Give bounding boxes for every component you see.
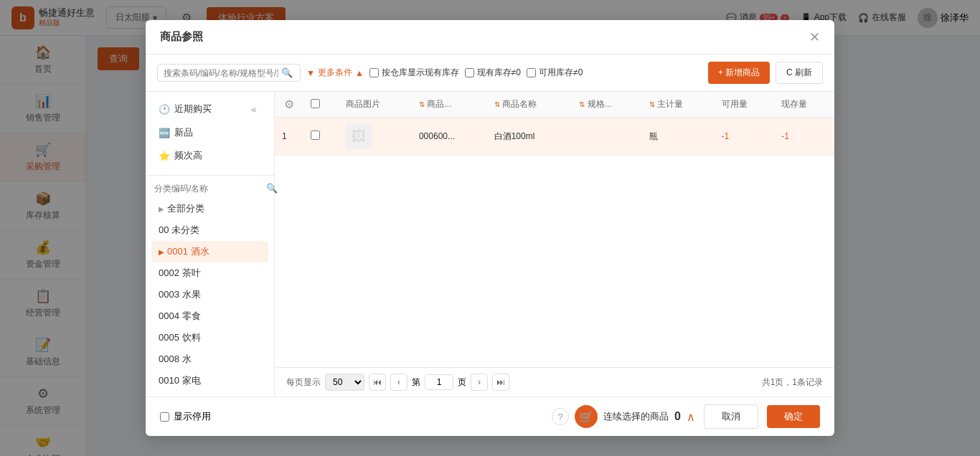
nav-item-frequent[interactable]: ⭐ 频次高 (151, 145, 268, 166)
current-stock-label: 现有库存≠0 (477, 67, 521, 79)
modal-footer: 显示停用 ? 🛒 连续选择的商品 0 ∧ 取消 确定 (146, 396, 834, 436)
page-label: 第 (412, 376, 420, 389)
right-panel: ⚙ 商品图片 ⇅ 商品... (275, 92, 834, 396)
page-first-button[interactable]: ⏮ (369, 374, 386, 391)
category-label-0003: 0003 水果 (159, 288, 201, 301)
col-code[interactable]: ⇅ 商品... (412, 92, 487, 118)
new-product-label: 新品 (174, 126, 193, 139)
modal-body: 🕐 近期购买 « 🆕 新品 ⭐ 频次高 🔍 (146, 92, 834, 396)
confirm-button[interactable]: 确定 (767, 405, 820, 428)
available-stock-label: 可用库存≠0 (539, 67, 583, 79)
page-size-label: 每页显示 (286, 376, 321, 389)
category-label-0002: 0002 茶叶 (159, 267, 201, 280)
sort-icon-name: ⇅ (494, 100, 500, 108)
category-item-00[interactable]: 00 未分类 (151, 219, 268, 241)
category-label-0008: 0008 水 (159, 353, 192, 366)
divider (146, 175, 274, 176)
row-image-cell: 🖼 (339, 118, 412, 156)
show-disabled-label: 显示停用 (174, 410, 211, 423)
category-label-0001: 0001 酒水 (167, 245, 209, 258)
table-container[interactable]: ⚙ 商品图片 ⇅ 商品... (275, 92, 834, 367)
category-label-0005: 0005 饮料 (159, 331, 201, 344)
show-disabled-checkbox-label[interactable]: 显示停用 (160, 410, 211, 423)
add-product-button[interactable]: + 新增商品 (708, 62, 770, 84)
page-last-button[interactable]: ⏭ (492, 374, 509, 391)
show-disabled-checkbox[interactable] (160, 412, 169, 422)
warehouse-stock-checkbox[interactable] (369, 68, 379, 77)
col-spec[interactable]: ⇅ 规格... (572, 92, 642, 118)
footer-cart: ? 🛒 连续选择的商品 0 ∧ (552, 405, 695, 428)
recent-icon: 🕐 (159, 104, 170, 115)
category-item-0003[interactable]: 0003 水果 (151, 284, 268, 305)
refresh-button[interactable]: C 刷新 (776, 62, 823, 84)
modal-toolbar: 🔍 ▼ 更多条件 ▲ 按仓库显示现有库存 现有库存≠0 可用库存≠0 + 新增商… (146, 54, 834, 92)
nav-item-new[interactable]: 🆕 新品 (151, 122, 268, 143)
page-input[interactable] (425, 374, 453, 390)
product-reference-modal: 商品参照 ✕ 🔍 ▼ 更多条件 ▲ 按仓库显示现有库存 现有库存≠0 (146, 20, 834, 436)
category-item-0002[interactable]: 0002 茶叶 (151, 262, 268, 284)
page-prev-button[interactable]: ‹ (390, 374, 407, 391)
col-code-label: 商品... (427, 99, 451, 109)
left-panel-nav: 🕐 近期购买 « 🆕 新品 ⭐ 频次高 (146, 98, 274, 166)
category-search-input[interactable] (154, 184, 262, 194)
checkbox-available-stock[interactable]: 可用库存≠0 (527, 67, 583, 79)
category-item-0001[interactable]: ▶ 0001 酒水 (151, 241, 268, 262)
category-label-0010: 0010 家电 (159, 374, 201, 387)
cancel-button[interactable]: 取消 (704, 404, 758, 429)
page-size-select[interactable]: 50 100 (325, 374, 364, 391)
col-name[interactable]: ⇅ 商品名称 (487, 92, 573, 118)
checkbox-warehouse-stock[interactable]: 按仓库显示现有库存 (369, 67, 459, 79)
category-item-0004[interactable]: 0004 零食 (151, 305, 268, 327)
table-row[interactable]: 1 🖼 000600... 白酒100ml (275, 118, 834, 156)
category-list: ▶ 全部分类 00 未分类 ▶ 0001 酒水 0002 茶叶 0003 水果 (146, 198, 274, 391)
available-stock-checkbox[interactable] (527, 68, 536, 77)
category-item-all[interactable]: ▶ 全部分类 (151, 198, 268, 219)
row-code: 000600... (412, 118, 487, 156)
category-search-box: 🔍 (146, 179, 274, 198)
row-unit: 瓶 (642, 118, 715, 156)
filter-icon: ▼ (306, 68, 315, 78)
category-label-all: 全部分类 (167, 202, 204, 215)
category-arrow-all: ▶ (159, 205, 164, 213)
help-icon[interactable]: ? (552, 408, 569, 425)
collapse-left-button[interactable]: « (247, 102, 261, 116)
new-product-icon: 🆕 (159, 128, 170, 138)
category-item-0010[interactable]: 0010 家电 (151, 370, 268, 391)
modal-overlay: 商品参照 ✕ 🔍 ▼ 更多条件 ▲ 按仓库显示现有库存 现有库存≠0 (0, 0, 980, 456)
select-all-checkbox[interactable] (311, 99, 320, 108)
page-next-button[interactable]: › (471, 374, 488, 391)
checkbox-current-stock[interactable]: 现有库存≠0 (465, 67, 521, 79)
category-label-0004: 0004 零食 (159, 310, 201, 323)
filter-chevron-icon: ▲ (355, 68, 364, 78)
col-image: 商品图片 (339, 92, 412, 118)
current-stock-checkbox[interactable] (465, 68, 474, 77)
col-available-label: 可用量 (722, 99, 748, 109)
search-input[interactable] (164, 68, 278, 78)
nav-item-recent[interactable]: 🕐 近期购买 « (151, 98, 268, 120)
category-item-0008[interactable]: 0008 水 (151, 348, 268, 370)
row-available: -1 (715, 118, 775, 156)
row-checkbox[interactable] (311, 130, 320, 140)
collapse-footer-icon[interactable]: ∧ (687, 410, 695, 424)
col-available: 可用量 (715, 92, 775, 118)
table-settings-icon[interactable]: ⚙ (284, 98, 294, 110)
cart-icon[interactable]: 🛒 (575, 405, 598, 428)
modal-close-button[interactable]: ✕ (809, 31, 820, 44)
sort-icon-spec: ⇅ (579, 100, 585, 108)
filter-button[interactable]: ▼ 更多条件 ▲ (306, 67, 364, 79)
row-index: 1 (275, 118, 303, 156)
category-arrow-0001: ▶ (159, 248, 164, 256)
modal-header: 商品参照 ✕ (146, 20, 834, 54)
category-label-00: 00 未分类 (159, 224, 199, 237)
cart-text: 连续选择的商品 (603, 410, 669, 423)
frequent-label: 频次高 (174, 149, 202, 162)
sort-icon-unit: ⇅ (649, 100, 655, 108)
col-settings: ⚙ (275, 92, 303, 118)
col-unit[interactable]: ⇅ 主计量 (642, 92, 715, 118)
search-icon[interactable]: 🔍 (281, 67, 293, 78)
row-stock: -1 (774, 118, 834, 156)
col-stock: 现存量 (774, 92, 834, 118)
col-stock-label: 现存量 (781, 99, 807, 109)
category-item-0005[interactable]: 0005 饮料 (151, 327, 268, 348)
table-header-row: ⚙ 商品图片 ⇅ 商品... (275, 92, 834, 118)
